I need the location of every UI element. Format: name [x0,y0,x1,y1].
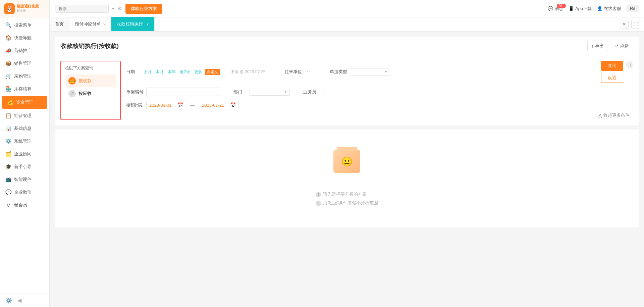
sidebar-item-system[interactable]: ⚙️系统管理 [0,135,49,148]
topbar-left: ▾ ⚙ 体验行业方案 [55,4,162,14]
tab-receipt-offset-label: 收款核销执行 [117,21,143,27]
basic-info-label: 基础信息 [14,125,32,132]
expand-btn[interactable]: ⛶ [631,20,640,29]
tabbar: 首页 预付冲应付单 ✕ 收款核销执行 ✕ ✕ ⛶ [50,17,644,32]
filter-option-receipt-label: 按收款 [78,78,92,84]
guide-label: 新手引导 [14,164,32,170]
sidebar-item-enterprise[interactable]: 🗂️企业协同 [0,148,49,160]
sidebar-item-inventory[interactable]: 🏪库存核算 [0,83,49,95]
salesperson-field: 业务员 ··· [303,89,326,95]
export-btn[interactable]: ↑ 导出 [587,41,608,51]
calendar-start-icon[interactable]: 📅 [177,102,183,108]
sidebar-item-member[interactable]: V畅会员 [0,199,49,211]
settings-icon[interactable]: ⚙️ [5,297,12,304]
doc-number-input[interactable] [146,88,220,96]
verify-date-start-box: 📅 [146,101,186,109]
collapse-more-btn[interactable]: ⋀ 收起更多条件 [595,111,633,120]
sidebar-item-basic-info[interactable]: 📊基础信息 [0,122,49,135]
collapse-sidebar-icon[interactable]: ◀ [17,297,21,304]
system-icon: ⚙️ [5,138,11,144]
filter-option-receipt[interactable]: 💰 按收款 [65,74,116,87]
empty-state: 😐 请先选择要分析的方案 用[过滤]条件来缩小分析范围 [55,130,639,227]
sidebar-item-guide[interactable]: 🎓新手引导 [0,160,49,173]
date-shortcut-more[interactable]: 更多 [193,68,204,75]
sidebar-item-finance[interactable]: 💰资金管理 [2,96,47,109]
verify-date-end-input[interactable] [202,103,229,108]
basic-info-icon: 📊 [5,125,11,132]
empty-text-list: 请先选择要分析的方案 用[过滤]条件来缩小分析范围 [316,190,378,207]
verify-date-field: 核销日期 📅 — 📅 [126,101,239,109]
collapse-more-label: 收起更多条件 [603,112,630,118]
date-range-display: 不限 至 2023-07-26 [231,69,266,75]
message-badge: 99+ [557,4,566,8]
sidebar-item-wechat[interactable]: 💬企业微信 [0,186,49,199]
date-shortcut-7days[interactable]: 近7天 [178,68,192,75]
date-shortcut-thismonth[interactable]: 本月 [154,68,165,75]
salesperson-label: 业务员 [303,89,317,95]
counterparty-label: 往来单位 [284,69,302,75]
salesperson-more-icon[interactable]: ··· [319,89,326,95]
sidebar-item-search-menu[interactable]: 🔍搜索菜单 [0,19,49,32]
counterparty-more-icon[interactable]: ··· [305,69,311,75]
finance-icon: 💰 [7,99,13,105]
search-input[interactable] [55,5,109,13]
content-area: 收款核销执行(按收款) ↑ 导出 ↺ 刷新 按以下方案查询 💰 按收款 [50,32,644,307]
refresh-btn[interactable]: ↺ 刷新 [611,41,633,51]
date-shortcut-lastmonth[interactable]: 上月 [142,68,153,75]
finance-label: 资金管理 [16,99,34,105]
close-tab-btn[interactable]: ✕ [620,20,629,29]
calendar-end-icon[interactable]: 📅 [230,102,236,108]
chevron-down-dept-icon: ▾ [285,90,287,94]
marketing-icon: 📣 [5,48,11,54]
department-field: 部门 ▾ [233,88,290,96]
sidebar-item-hardware[interactable]: 📺智能硬件 [0,173,49,186]
industry-btn[interactable]: 体验行业方案 [125,4,162,14]
empty-hint-2: 用[过滤]条件来缩小分析范围 [316,199,378,207]
member-icon: V [5,202,11,208]
verify-date-label: 核销日期 [126,102,144,108]
filter-left-panel: 按以下方案查询 💰 按收款 ⏱ 按应收 [60,61,121,120]
download-icon: 📱 [569,6,574,11]
business-label: 经营管理 [14,113,32,119]
verify-date-end-box: 📅 [199,101,239,109]
gear-icon[interactable]: ⚙ [117,5,122,12]
enterprise-icon: 🗂️ [5,151,11,157]
chevron-down-icon: ▾ [385,70,387,74]
sidebar-logo: 🐰 畅捷通好生意 标准版 [0,0,49,17]
sidebar-item-sales[interactable]: 📦销售管理 [0,57,49,70]
verify-date-start-input[interactable] [149,103,176,108]
tab-receipt-offset-close[interactable]: ✕ [146,22,149,26]
department-select[interactable]: ▾ [250,88,290,96]
receipt-icon: 💰 [68,77,76,85]
settings-btn[interactable]: 设置 [601,73,623,83]
system-label: 系统管理 [14,138,32,144]
tab-prepay-offset-close[interactable]: ✕ [103,22,106,26]
user-display[interactable]: Rit [627,5,639,12]
tab-home[interactable]: 首页 [50,17,69,31]
date-separator: — [189,102,196,108]
sidebar-item-quick-nav[interactable]: 🏠快捷导航 [0,32,49,44]
department-label: 部门 [233,89,247,95]
date-custom-badge[interactable]: 自定义 [205,69,220,75]
sidebar-item-purchase[interactable]: 🛒采购管理 [0,70,49,83]
page-actions: ↑ 导出 ↺ 刷新 [587,41,634,51]
collapse-btn[interactable]: 《 [626,61,633,69]
filter-option-receivable[interactable]: ⏱ 按应收 [65,87,116,100]
sidebar-item-business[interactable]: 📋经营管理 [0,109,49,122]
topbar-right: 💬 消息 99+ 📱 App下载 👤 在线客服 Rit [548,5,639,12]
tab-receipt-offset[interactable]: 收款核销执行 ✕ [111,17,155,31]
message-btn[interactable]: 💬 消息 99+ [548,6,563,12]
tab-prepay-offset[interactable]: 预付冲应付单 ✕ [69,17,111,31]
receivable-icon: ⏱ [68,90,76,97]
query-btn[interactable]: 查询 [601,61,623,71]
date-shortcut-thisyear[interactable]: 本年 [166,68,177,75]
tab-home-label: 首页 [55,21,64,27]
collapse-more-btn-area: ⋀ 收起更多条件 [126,111,633,120]
doc-type-select[interactable]: ▾ [350,68,390,76]
app-download-btn[interactable]: 📱 App下载 [569,6,592,12]
customer-service-btn[interactable]: 👤 在线客服 [597,6,621,12]
filter-left-title: 按以下方案查询 [65,65,116,71]
sales-icon: 📦 [5,60,11,66]
sidebar-item-marketing[interactable]: 📣营销推广 [0,44,49,57]
service-icon: 👤 [597,6,602,11]
